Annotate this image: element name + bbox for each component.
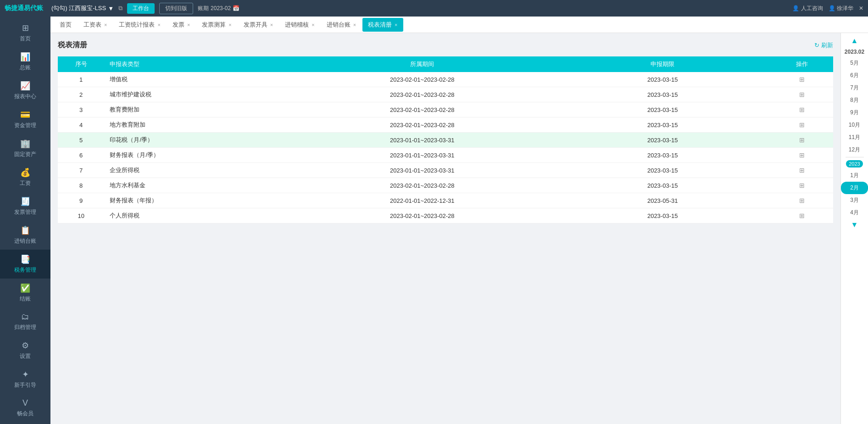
- cell-period: 2023-02-01~2023-02-28: [290, 208, 554, 223]
- month-7[interactable]: 7月: [841, 82, 868, 94]
- cell-action[interactable]: ⊞: [771, 178, 833, 193]
- username[interactable]: 👤 徐泽华: [829, 5, 853, 12]
- cell-type: 增值税: [104, 72, 290, 87]
- file-icon[interactable]: ⊞: [799, 136, 805, 144]
- scroll-up-icon[interactable]: ▲: [849, 35, 860, 47]
- month-1[interactable]: 1月: [841, 169, 868, 182]
- layout: ⊞ 首页 📊 总账 📈 报表中心 💳 资金管理 🏢 固定资产 💰 工资 🧾 发票…: [0, 17, 868, 424]
- switch-old-button[interactable]: 切到旧版: [159, 3, 193, 14]
- sidebar-item-reports[interactable]: 📈 报表中心: [0, 76, 50, 105]
- tab-purchasesales-ledger[interactable]: 进销台账 ×: [321, 18, 362, 32]
- file-icon[interactable]: ⊞: [799, 76, 805, 83]
- month-11[interactable]: 11月: [841, 131, 868, 144]
- user-service[interactable]: 👤 人工咨询: [792, 5, 823, 12]
- company-dropdown-icon[interactable]: ▼: [108, 5, 114, 12]
- calendar-icon[interactable]: 📅: [233, 5, 239, 11]
- cell-action[interactable]: ⊞: [771, 133, 833, 148]
- tab-home[interactable]: 首页: [54, 18, 77, 32]
- tax-icon: 📑: [20, 254, 30, 264]
- month-8[interactable]: 8月: [841, 94, 868, 106]
- sidebar-item-member[interactable]: V 畅会员: [0, 394, 50, 422]
- cell-action[interactable]: ⊞: [771, 148, 833, 163]
- sidebar-item-settings[interactable]: ⚙ 设置: [0, 336, 50, 365]
- tab-payroll-report[interactable]: 工资统计报表 ×: [113, 18, 166, 32]
- cell-action[interactable]: ⊞: [771, 208, 833, 223]
- year-2023[interactable]: 2023: [846, 160, 862, 167]
- cell-action[interactable]: ⊞: [771, 117, 833, 133]
- sidebar-item-archive[interactable]: 🗂 归档管理: [0, 307, 50, 336]
- sidebar-item-ledger[interactable]: 📊 总账: [0, 47, 50, 76]
- month-9[interactable]: 9月: [841, 106, 868, 119]
- scroll-down-icon[interactable]: ▼: [849, 219, 860, 231]
- tab-invoice-issue[interactable]: 发票开具 ×: [238, 18, 278, 32]
- file-icon[interactable]: ⊞: [799, 212, 805, 219]
- tab-close-icon[interactable]: ×: [353, 22, 356, 28]
- tab-invoice-calc[interactable]: 发票测算 ×: [196, 18, 237, 32]
- sidebar: ⊞ 首页 📊 总账 📈 报表中心 💳 资金管理 🏢 固定资产 💰 工资 🧾 发票…: [0, 17, 50, 424]
- assets-icon: 🏢: [20, 139, 30, 149]
- sidebar-item-guide[interactable]: ✦ 新手引导: [0, 365, 50, 394]
- close-window-icon[interactable]: ✕: [859, 5, 863, 11]
- file-icon[interactable]: ⊞: [799, 121, 805, 128]
- company-selector[interactable]: (勾勾) 江西服宝-LSS ▼: [51, 4, 114, 12]
- cell-type: 财务报表（年报）: [104, 193, 290, 208]
- month-5[interactable]: 5月: [841, 57, 868, 69]
- divider: [846, 157, 864, 157]
- sidebar-item-purchasesales[interactable]: 📋 进销台账: [0, 221, 50, 250]
- reports-icon: 📈: [20, 81, 30, 91]
- cell-action[interactable]: ⊞: [771, 163, 833, 178]
- period-selector[interactable]: 账期 2023-02 📅: [198, 5, 239, 12]
- refresh-button[interactable]: ↻ 刷新: [814, 41, 833, 50]
- tab-invoice[interactable]: 发票 ×: [167, 18, 195, 32]
- sidebar-item-funds[interactable]: 💳 资金管理: [0, 105, 50, 134]
- ledger-icon: 📊: [20, 52, 30, 62]
- tab-close-icon[interactable]: ×: [228, 22, 231, 28]
- month-2-active[interactable]: 2月: [841, 182, 868, 194]
- cell-type: 财务报表（月/季）: [104, 148, 290, 163]
- copy-icon[interactable]: ⧉: [118, 5, 122, 12]
- cell-type: 城市维护建设税: [104, 87, 290, 102]
- tab-payroll[interactable]: 工资表 ×: [78, 18, 112, 32]
- cell-action[interactable]: ⊞: [771, 102, 833, 117]
- sidebar-item-assets[interactable]: 🏢 固定资产: [0, 134, 50, 163]
- sidebar-item-home[interactable]: ⊞ 首页: [0, 18, 50, 47]
- file-icon[interactable]: ⊞: [799, 197, 805, 204]
- tab-close-icon[interactable]: ×: [157, 22, 160, 28]
- sidebar-item-invoice[interactable]: 🧾 发票管理: [0, 192, 50, 221]
- table-row: 5印花税（月/季）2023-01-01~2023-03-312023-03-15…: [58, 133, 833, 148]
- file-icon[interactable]: ⊞: [799, 151, 805, 159]
- cell-no: 3: [58, 102, 104, 117]
- tab-label: 发票开具: [244, 21, 267, 29]
- file-icon[interactable]: ⊞: [799, 182, 805, 189]
- tab-close-icon[interactable]: ×: [312, 22, 314, 28]
- file-icon[interactable]: ⊞: [799, 106, 805, 113]
- cell-deadline: 2023-03-15: [554, 72, 771, 87]
- tab-label: 发票测算: [202, 21, 226, 29]
- cell-deadline: 2023-03-15: [554, 87, 771, 102]
- cell-action[interactable]: ⊞: [771, 193, 833, 208]
- tab-close-icon[interactable]: ×: [187, 22, 190, 28]
- tab-close-icon[interactable]: ×: [395, 22, 397, 28]
- sidebar-item-label: 归档管理: [14, 324, 36, 331]
- month-10[interactable]: 10月: [841, 119, 868, 131]
- sidebar-item-tax[interactable]: 📑 税务管理: [0, 250, 50, 279]
- cell-action[interactable]: ⊞: [771, 87, 833, 102]
- file-icon[interactable]: ⊞: [799, 91, 805, 98]
- tab-purchasesales-check[interactable]: 进销稽核 ×: [279, 18, 320, 32]
- month-4[interactable]: 4月: [841, 206, 868, 219]
- sidebar-item-close[interactable]: ✅ 结账: [0, 279, 50, 307]
- workspace-button[interactable]: 工作台: [127, 3, 155, 14]
- tab-tax-list[interactable]: 税表清册 ×: [362, 18, 403, 32]
- app-logo: 畅捷通易代账: [5, 4, 43, 12]
- sidebar-item-label: 工资: [20, 179, 31, 187]
- cell-deadline: 2023-03-15: [554, 148, 771, 163]
- file-icon[interactable]: ⊞: [799, 167, 805, 174]
- cell-action[interactable]: ⊞: [771, 72, 833, 87]
- tab-close-icon[interactable]: ×: [270, 22, 273, 28]
- tab-close-icon[interactable]: ×: [104, 22, 107, 28]
- month-6[interactable]: 6月: [841, 69, 868, 82]
- month-12[interactable]: 12月: [841, 144, 868, 156]
- unpin-button[interactable]: ⇤ 取消固定: [0, 422, 50, 424]
- sidebar-item-payroll[interactable]: 💰 工资: [0, 163, 50, 192]
- month-3[interactable]: 3月: [841, 194, 868, 206]
